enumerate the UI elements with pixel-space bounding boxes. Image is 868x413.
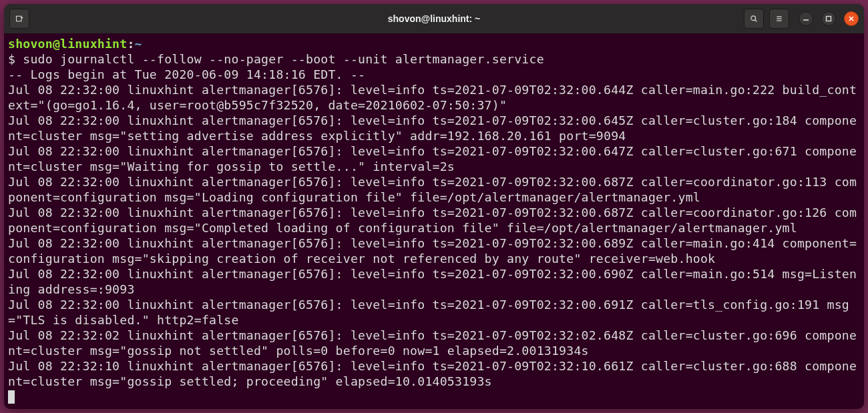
prompt-colon: :: [127, 37, 134, 51]
hamburger-menu-button[interactable]: [769, 9, 789, 29]
search-button[interactable]: [744, 9, 764, 29]
svg-point-3: [751, 16, 756, 21]
log-line: Jul 08 22:32:00 linuxhint alertmanager[6…: [8, 144, 857, 173]
log-line: Jul 08 22:32:10 linuxhint alertmanager[6…: [8, 359, 857, 388]
minimize-button[interactable]: [799, 11, 813, 26]
terminal-window: shovon@linuxhint: ~: [4, 4, 864, 409]
svg-rect-0: [17, 16, 22, 21]
log-line: Jul 08 22:32:00 linuxhint alertmanager[6…: [8, 175, 857, 204]
log-line: Jul 08 22:32:00 linuxhint alertmanager[6…: [8, 205, 857, 235]
terminal-output-area[interactable]: shovon@linuxhint:~ $ sudo journalctl --f…: [4, 33, 864, 409]
maximize-button[interactable]: [821, 11, 836, 26]
svg-rect-9: [827, 17, 831, 21]
maximize-icon: [825, 15, 833, 23]
command-text: sudo journalctl --follow --no-pager --bo…: [23, 52, 544, 66]
log-line: Jul 08 22:32:00 linuxhint alertmanager[6…: [8, 113, 857, 143]
prompt-dollar: $: [8, 52, 15, 66]
svg-line-4: [755, 20, 757, 22]
close-button[interactable]: [844, 11, 859, 26]
prompt-path: ~: [135, 37, 142, 51]
log-line: Jul 08 22:32:00 linuxhint alertmanager[6…: [8, 83, 857, 112]
window-controls: [799, 11, 859, 26]
log-begin-line: -- Logs begin at Tue 2020-06-09 14:18:16…: [8, 67, 365, 81]
search-icon: [750, 15, 758, 23]
log-line: Jul 08 22:32:00 linuxhint alertmanager[6…: [8, 298, 849, 327]
log-line: Jul 08 22:32:02 linuxhint alertmanager[6…: [8, 328, 857, 358]
hamburger-icon: [775, 15, 783, 23]
new-tab-icon: [15, 15, 23, 23]
prompt-user-host: shovon@linuxhint: [8, 37, 127, 51]
new-tab-button[interactable]: [9, 9, 29, 29]
minimize-icon: [802, 15, 810, 23]
log-line: Jul 08 22:32:00 linuxhint alertmanager[6…: [8, 236, 857, 266]
window-title: shovon@linuxhint: ~: [4, 13, 864, 24]
terminal-cursor: [8, 390, 15, 404]
titlebar[interactable]: shovon@linuxhint: ~: [4, 4, 864, 33]
close-icon: [847, 15, 855, 23]
log-line: Jul 08 22:32:00 linuxhint alertmanager[6…: [8, 267, 857, 296]
